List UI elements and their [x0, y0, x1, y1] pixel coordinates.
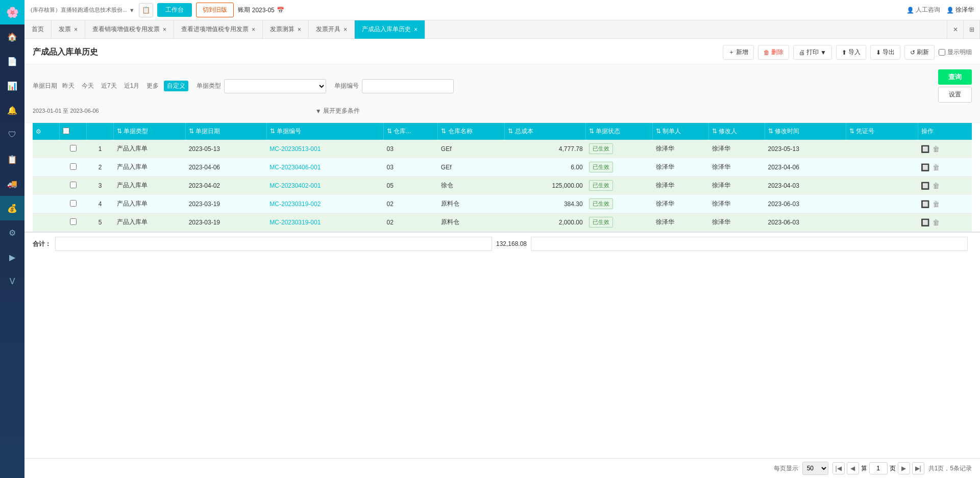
row-number-cell[interactable]: MC-20230319-001: [266, 213, 383, 232]
date-yesterday[interactable]: 昨天: [60, 81, 77, 91]
tab-invoice[interactable]: 发票 ×: [52, 20, 85, 39]
col-number-header[interactable]: ⇅ 单据编号: [266, 123, 383, 140]
col-modifier-header[interactable]: ⇅ 修改人: [709, 123, 765, 140]
row-edit-icon[interactable]: 🔲: [921, 200, 929, 208]
col-cost-header[interactable]: ⇅ 总成本: [505, 123, 586, 140]
import-button[interactable]: ⬆ 导入: [836, 45, 866, 60]
show-detail-toggle[interactable]: 显示明细: [939, 48, 972, 57]
expand-more-btn[interactable]: ▼ 展开更多条件: [311, 105, 364, 117]
set-button[interactable]: 设置: [938, 87, 972, 103]
row-number-cell[interactable]: MC-20230406-001: [266, 158, 383, 177]
col-type-header[interactable]: ⇅ 单据类型: [114, 123, 186, 140]
row-checkbox[interactable]: [70, 218, 77, 225]
row-delete-icon[interactable]: 🗑: [933, 200, 940, 208]
date-custom[interactable]: 自定义: [164, 81, 188, 91]
document-icon-btn[interactable]: 📋: [139, 3, 153, 17]
tab-check-purchase[interactable]: 查看进项增值税专用发票 ×: [174, 20, 263, 39]
row-delete-icon[interactable]: 🗑: [933, 163, 940, 171]
row-number-link[interactable]: MC-20230406-001: [270, 164, 321, 171]
show-detail-checkbox[interactable]: [939, 49, 945, 56]
print-button[interactable]: 🖨 打印 ▼: [793, 45, 832, 60]
date-today[interactable]: 今天: [80, 81, 96, 91]
company-selector[interactable]: (库存核算）直播轻跑通信息技术股份... ▼: [31, 6, 135, 14]
col-settings[interactable]: ⚙: [33, 123, 60, 140]
row-checkbox-cell[interactable]: [60, 213, 87, 232]
number-filter-input[interactable]: [362, 79, 454, 93]
col-modify-time-header[interactable]: ⇅ 修改时间: [765, 123, 846, 140]
switch-btn[interactable]: 切到旧版: [196, 3, 234, 17]
user-menu[interactable]: 👤 徐泽华: [946, 6, 974, 14]
tab-open-close[interactable]: ×: [344, 26, 347, 33]
row-number-link[interactable]: MC-20230402-001: [270, 182, 321, 189]
row-checkbox[interactable]: [70, 182, 77, 188]
sidebar-item-settings[interactable]: ⚙: [0, 220, 24, 245]
row-number-cell[interactable]: MC-20230513-001: [266, 140, 383, 158]
service-btn[interactable]: 👤 人工咨询: [906, 6, 940, 14]
prev-page-btn[interactable]: ◀: [847, 462, 859, 474]
date-1month[interactable]: 近1月: [122, 81, 142, 91]
tab-calc-invoice[interactable]: 发票测算 ×: [263, 20, 309, 39]
row-number-link[interactable]: MC-20230319-001: [270, 219, 321, 226]
col-date-header[interactable]: ⇅ 单据日期: [186, 123, 267, 140]
row-checkbox-cell[interactable]: [60, 195, 87, 213]
sidebar-item-alerts[interactable]: 🔔: [0, 98, 24, 122]
tab-invoice-close[interactable]: ×: [74, 26, 78, 33]
row-delete-icon[interactable]: 🗑: [933, 218, 940, 227]
company-dropdown-icon[interactable]: ▼: [129, 7, 135, 13]
type-filter-select[interactable]: [224, 79, 326, 93]
sidebar-item-docs[interactable]: 📄: [0, 49, 24, 73]
col-status-header[interactable]: ⇅ 单据状态: [586, 123, 653, 140]
col-warehouse-name-header[interactable]: ⇅ 仓库名称: [438, 123, 505, 140]
tab-product-close[interactable]: ×: [414, 26, 418, 33]
tab-check-purchase-close[interactable]: ×: [252, 26, 255, 33]
first-page-btn[interactable]: |◀: [832, 462, 845, 474]
row-checkbox[interactable]: [70, 163, 77, 170]
export-button[interactable]: ⬇ 导出: [870, 45, 900, 60]
refresh-button[interactable]: ↺ 刷新: [904, 45, 935, 60]
row-edit-icon[interactable]: 🔲: [921, 182, 929, 190]
sidebar-item-finance[interactable]: 💰: [0, 196, 24, 220]
row-number-cell[interactable]: MC-20230319-002: [266, 195, 383, 213]
tab-expand[interactable]: ⊞: [964, 20, 980, 39]
sidebar-item-home[interactable]: 🏠: [0, 24, 24, 49]
row-number-link[interactable]: MC-20230319-002: [270, 200, 321, 208]
page-number-input[interactable]: [869, 462, 888, 474]
tab-calc-close[interactable]: ×: [298, 26, 301, 33]
last-page-btn[interactable]: ▶|: [912, 462, 924, 474]
col-check[interactable]: [60, 123, 87, 140]
row-edit-icon[interactable]: 🔲: [921, 163, 929, 171]
row-delete-icon[interactable]: 🗑: [933, 182, 940, 190]
row-edit-icon[interactable]: 🔲: [921, 145, 929, 153]
workspace-button[interactable]: 工作台: [157, 3, 192, 17]
sidebar-item-play[interactable]: ▶: [0, 245, 24, 269]
tab-open-invoice[interactable]: 发票开具 ×: [309, 20, 355, 39]
date-7days[interactable]: 近7天: [99, 81, 119, 91]
tab-product-history[interactable]: 产成品入库单历史 ×: [355, 20, 425, 39]
date-more[interactable]: 更多: [144, 81, 161, 91]
row-edit-icon[interactable]: 🔲: [921, 218, 929, 227]
row-checkbox[interactable]: [70, 145, 77, 152]
tab-home[interactable]: 首页: [24, 20, 52, 39]
add-button[interactable]: ＋ 新增: [723, 45, 754, 60]
per-page-select[interactable]: 50 100: [802, 462, 828, 475]
app-logo[interactable]: 🌸: [0, 0, 24, 24]
tab-check-sales-close[interactable]: ×: [163, 26, 166, 33]
row-number-cell[interactable]: MC-20230402-001: [266, 177, 383, 195]
query-button[interactable]: 查询: [938, 69, 972, 85]
period-calendar-icon[interactable]: 📅: [277, 7, 284, 14]
row-checkbox-cell[interactable]: [60, 158, 87, 177]
col-voucher-header[interactable]: ⇅ 凭证号: [846, 123, 918, 140]
row-checkbox-cell[interactable]: [60, 177, 87, 195]
row-number-link[interactable]: MC-20230513-001: [270, 145, 321, 153]
sidebar-item-version[interactable]: V: [0, 269, 24, 294]
select-all-checkbox[interactable]: [63, 128, 69, 134]
sidebar-item-analytics[interactable]: 📊: [0, 73, 24, 98]
tab-close-all[interactable]: ✕: [947, 20, 964, 39]
col-warehouse-code-header[interactable]: ⇅ 仓库...: [383, 123, 437, 140]
row-delete-icon[interactable]: 🗑: [933, 145, 940, 153]
row-checkbox-cell[interactable]: [60, 140, 87, 158]
sidebar-item-shipping[interactable]: 🚚: [0, 171, 24, 196]
delete-button[interactable]: 🗑 删除: [758, 45, 789, 60]
sidebar-item-list[interactable]: 📋: [0, 147, 24, 171]
col-creator-header[interactable]: ⇅ 制单人: [653, 123, 709, 140]
